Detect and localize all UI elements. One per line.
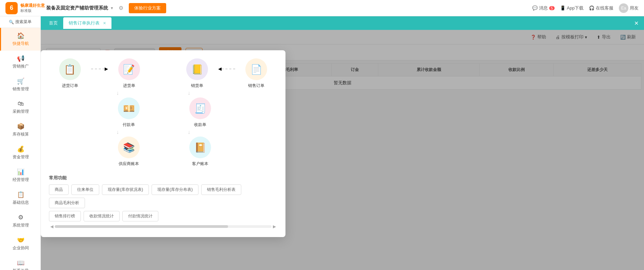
customer-ledger-label: 客户账本 bbox=[192, 161, 208, 167]
basic-info-icon: 📋 bbox=[17, 191, 24, 198]
func-btn-receipt-stats[interactable]: 收款情况统计 bbox=[84, 211, 120, 221]
settings-icon[interactable]: ⚙ bbox=[119, 5, 123, 11]
tab-bar: 首页 销售订单执行表 ✕ ✕ bbox=[41, 16, 644, 30]
flow-node-sales-bill[interactable]: 📒 销货单 bbox=[176, 58, 218, 89]
scroll-track[interactable] bbox=[55, 225, 272, 228]
payment-icon: 💴 bbox=[118, 97, 140, 119]
arrow-down-pay: ↓ bbox=[107, 129, 128, 135]
marketing-icon: 📢 bbox=[17, 55, 24, 62]
modal-scrollbar: ◀ ▶ bbox=[49, 221, 277, 229]
sidebar-item-system[interactable]: ⚙ 系统管理 bbox=[0, 210, 40, 232]
sales-bill-icon: 📒 bbox=[186, 58, 208, 80]
content-area: 首页 销售订单执行表 ✕ ✕ ❓ 帮助 🖨 按模板打印 bbox=[41, 16, 644, 270]
sidebar-label-basic-info: 基础信息 bbox=[13, 200, 29, 205]
scroll-left-icon[interactable]: ◀ bbox=[49, 224, 55, 229]
scroll-right-icon[interactable]: ▶ bbox=[272, 224, 277, 229]
common-func-section: 常用功能 商品 往来单位 现存量(库存状况表) 现存量(库存分布表) 销售毛利分… bbox=[49, 175, 277, 221]
message-badge: 5 bbox=[549, 6, 555, 10]
purchase-receipt-label: 进货单 bbox=[123, 83, 135, 89]
func-btn-stock-status[interactable]: 现存量(库存状况表) bbox=[102, 184, 149, 195]
tab-sales-order-exec[interactable]: 销售订单执行表 ✕ bbox=[63, 17, 111, 29]
flow-node-payment[interactable]: 💴 付款单 bbox=[107, 97, 151, 128]
sidebar-item-sales[interactable]: 🛒 销售管理 bbox=[0, 73, 40, 96]
func-btn-payment-stats[interactable]: 付款情况统计 bbox=[122, 211, 158, 221]
sidebar-item-marketing[interactable]: 📢 营销推广 bbox=[0, 51, 40, 73]
flow-node-sales-order[interactable]: 📄 销售订单 bbox=[235, 58, 277, 89]
flow-node-purchase-order[interactable]: 📋 进货订单 bbox=[49, 58, 91, 89]
trial-button[interactable]: 体验行业方案 bbox=[129, 3, 166, 13]
logo-area: 6 畅康通好生意 标准版 bbox=[5, 2, 46, 14]
sidebar-item-newbie[interactable]: 📖 新手引导 bbox=[0, 255, 40, 270]
arrow-po-to-pr: ▶ bbox=[91, 66, 108, 81]
sidebar-label-operations: 经营管理 bbox=[13, 177, 29, 183]
sidebar-item-inventory[interactable]: 📦 库存核算 bbox=[0, 119, 40, 141]
page-content: ❓ 帮助 🖨 按模板打印 ▾ ⬆ 导出 🔄 刷新 bbox=[41, 30, 644, 270]
flow-node-purchase-receipt[interactable]: 📝 进货单 bbox=[108, 58, 150, 89]
flow-row-5: 📚 供应商账本 📔 客户账本 bbox=[107, 137, 277, 167]
logo-text: 畅康通好生意 标准版 bbox=[20, 3, 45, 13]
func-btn-sales-rank[interactable]: 销售排行榜 bbox=[49, 211, 81, 221]
inventory-icon: 📦 bbox=[17, 123, 24, 130]
func-btn-goods[interactable]: 商品 bbox=[49, 184, 69, 195]
flow-section: 📋 进货订单 ▶ 📝 bbox=[49, 58, 277, 167]
sidebar-label-system: 系统管理 bbox=[13, 222, 29, 228]
avatar: Ea bbox=[619, 3, 628, 13]
home-icon: 🏠 bbox=[17, 32, 24, 39]
flow-node-receipt[interactable]: 🧾 收款单 bbox=[178, 97, 222, 128]
sidebar-item-basic-info[interactable]: 📋 基础信息 bbox=[0, 187, 40, 210]
customer-ledger-icon: 📔 bbox=[189, 137, 211, 158]
func-btn-stock-dist[interactable]: 现存量(库存分布表) bbox=[152, 184, 198, 195]
arrow-so-to-sb: ◀ bbox=[218, 66, 235, 81]
supplier-ledger-label: 供应商账本 bbox=[119, 161, 139, 167]
app-download-item[interactable]: 📱 App下载 bbox=[560, 5, 584, 11]
headset-icon: 🎧 bbox=[589, 5, 594, 11]
sidebar-label-finance: 资金管理 bbox=[13, 154, 29, 160]
dropdown-arrow-icon[interactable]: ▾ bbox=[111, 5, 113, 11]
finance-icon: 💰 bbox=[17, 145, 24, 153]
sidebar-item-enterprise[interactable]: 🤝 企业协同 bbox=[0, 232, 40, 255]
tab-close-icon[interactable]: ✕ bbox=[103, 21, 106, 25]
sidebar-label-enterprise: 企业协同 bbox=[13, 245, 29, 251]
tab-home[interactable]: 首页 bbox=[43, 17, 63, 29]
payment-label: 付款单 bbox=[123, 122, 135, 128]
operations-icon: 📊 bbox=[17, 168, 24, 176]
sidebar-item-operations[interactable]: 📊 经营管理 bbox=[0, 164, 40, 187]
system-icon: ⚙ bbox=[18, 214, 23, 221]
tab-bar-close-icon[interactable]: ✕ bbox=[631, 19, 641, 28]
modal-overlay[interactable]: 📋 进货订单 ▶ 📝 bbox=[41, 30, 644, 270]
flow-node-supplier-ledger[interactable]: 📚 供应商账本 bbox=[107, 137, 151, 167]
sidebar-item-quick-nav[interactable]: 🏠 快捷导航 bbox=[0, 28, 40, 51]
sidebar-label-quick-nav: 快捷导航 bbox=[13, 41, 29, 47]
func-btn-contacts[interactable]: 往来单位 bbox=[71, 184, 99, 195]
search-icon: 🔍 bbox=[9, 20, 14, 24]
func-buttons: 商品 往来单位 现存量(库存状况表) 现存量(库存分布表) 销售毛利分析表 商品… bbox=[49, 184, 277, 208]
arrow-down-rec: ↓ bbox=[178, 129, 200, 135]
sidebar: 🔍 搜索菜单 🏠 快捷导航 📢 营销推广 🛒 销售管理 🛍 采购管理 📦 bbox=[0, 16, 41, 270]
sidebar-item-finance[interactable]: 💰 资金管理 bbox=[0, 141, 40, 164]
flow-node-customer-ledger[interactable]: 📔 客户账本 bbox=[178, 137, 222, 167]
enterprise-icon: 🤝 bbox=[17, 236, 24, 244]
online-service-item[interactable]: 🎧 在线客服 bbox=[589, 5, 613, 11]
logo-icon: 6 bbox=[5, 2, 18, 14]
receipt-label: 收款单 bbox=[194, 122, 206, 128]
purchase-order-label: 进货订单 bbox=[62, 83, 78, 89]
func-buttons-2: 销售排行榜 收款情况统计 付款情况统计 bbox=[49, 211, 277, 221]
user-item[interactable]: Ea 用友 bbox=[619, 3, 639, 13]
message-item[interactable]: 💬 消息 5 bbox=[532, 5, 555, 11]
common-func-title: 常用功能 bbox=[49, 175, 277, 181]
sales-order-icon: 📄 bbox=[245, 58, 267, 80]
purchase-icon: 🛍 bbox=[18, 100, 24, 107]
top-bar: 6 畅康通好生意 标准版 装备及固定资产辅助管理系统 ▾ ⚙ 体验行业方案 💬 … bbox=[0, 0, 644, 16]
sidebar-label-inventory: 库存核算 bbox=[13, 131, 29, 137]
system-title: 装备及固定资产辅助管理系统 bbox=[46, 5, 108, 11]
flow-row-2-arrows: ↓ ↓ bbox=[49, 89, 277, 97]
func-btn-sales-profit[interactable]: 销售毛利分析表 bbox=[201, 184, 241, 195]
arrow-down-pr: ↓ bbox=[107, 90, 128, 96]
sidebar-label-sales: 销售管理 bbox=[13, 86, 29, 92]
sidebar-search[interactable]: 🔍 搜索菜单 bbox=[0, 16, 40, 28]
sidebar-item-purchase[interactable]: 🛍 采购管理 bbox=[0, 96, 40, 119]
func-btn-goods-profit[interactable]: 商品毛利分析 bbox=[49, 198, 85, 208]
sidebar-label-marketing: 营销推广 bbox=[13, 64, 29, 69]
newbie-icon: 📖 bbox=[17, 259, 24, 267]
purchase-receipt-icon: 📝 bbox=[118, 58, 140, 80]
